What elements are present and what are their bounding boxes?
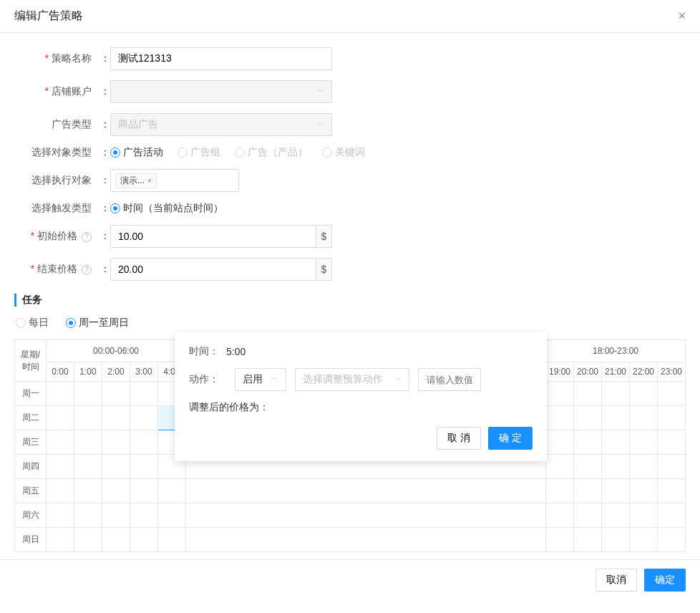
exec-target-input[interactable]: 演示... ×: [110, 169, 239, 192]
schedule-cell[interactable]: [47, 406, 74, 430]
schedule-cell[interactable]: [102, 430, 130, 455]
help-icon[interactable]: ?: [82, 265, 92, 275]
schedule-cell[interactable]: [657, 406, 685, 430]
schedule-cell[interactable]: [130, 479, 158, 503]
schedule-cell[interactable]: [47, 528, 74, 552]
radio-dot-icon: [178, 148, 188, 158]
schedule-cell[interactable]: [601, 406, 629, 430]
day-cell: 周二: [15, 406, 47, 430]
schedule-cell[interactable]: [601, 430, 629, 455]
radio-campaign[interactable]: 广告活动: [110, 146, 163, 159]
schedule-cell[interactable]: [74, 455, 102, 479]
schedule-cell[interactable]: [629, 382, 657, 406]
strategy-name-input[interactable]: [110, 47, 332, 70]
schedule-cell[interactable]: [158, 479, 186, 503]
schedule-cell[interactable]: [573, 455, 601, 479]
popover-ok-button[interactable]: 确 定: [488, 427, 533, 450]
schedule-cell[interactable]: [573, 430, 601, 455]
value-input[interactable]: [418, 368, 481, 391]
chevron-down-icon: ﹀: [317, 120, 324, 130]
schedule-cell[interactable]: [545, 382, 573, 406]
schedule-cell[interactable]: [130, 528, 158, 552]
schedule-cell[interactable]: [545, 406, 573, 430]
modal-footer: 取消 确定: [0, 559, 700, 600]
schedule-cell[interactable]: [629, 503, 657, 528]
radio-adgroup[interactable]: 广告组: [178, 146, 220, 159]
radio-weekly[interactable]: 周一至周日: [66, 317, 129, 329]
schedule-cell[interactable]: [47, 430, 74, 455]
schedule-cell[interactable]: [74, 479, 102, 503]
schedule-cell[interactable]: [629, 479, 657, 503]
schedule-cell[interactable]: [47, 382, 74, 406]
schedule-cell[interactable]: [102, 382, 130, 406]
radio-daily[interactable]: 每日: [16, 317, 49, 329]
schedule-cell[interactable]: [130, 406, 158, 430]
day-cell: 周六: [15, 503, 47, 528]
schedule-cell[interactable]: [130, 455, 158, 479]
time-group-left: 00:00-06:00: [47, 340, 186, 362]
schedule-cell[interactable]: [601, 479, 629, 503]
ad-type-placeholder: 商品广告: [118, 118, 158, 131]
schedule-cell[interactable]: [601, 382, 629, 406]
schedule-cell[interactable]: [573, 528, 601, 552]
schedule-cell[interactable]: [657, 479, 685, 503]
schedule-cell[interactable]: [102, 528, 130, 552]
schedule-cell[interactable]: [601, 455, 629, 479]
schedule-cell[interactable]: [47, 503, 74, 528]
start-price-input[interactable]: [110, 225, 316, 248]
schedule-cell[interactable]: [102, 406, 130, 430]
close-icon[interactable]: ×: [678, 9, 686, 24]
hour-head: 2:00: [102, 362, 130, 382]
schedule-cell[interactable]: [657, 455, 685, 479]
schedule-cell[interactable]: [545, 479, 573, 503]
action-select[interactable]: 启用 ﹀: [235, 368, 286, 391]
ok-button[interactable]: 确定: [644, 569, 686, 592]
schedule-cell[interactable]: [47, 455, 74, 479]
radio-product[interactable]: 广告（产品）: [235, 146, 308, 159]
budget-action-select[interactable]: 选择调整预算动作 ﹀: [295, 368, 409, 391]
end-price-input[interactable]: [110, 258, 316, 281]
ad-type-select[interactable]: 商品广告 ﹀: [110, 113, 332, 136]
schedule-cell[interactable]: [657, 430, 685, 455]
schedule-cell[interactable]: [601, 503, 629, 528]
schedule-cell[interactable]: [74, 503, 102, 528]
schedule-cell[interactable]: [573, 479, 601, 503]
radio-dot-icon: [235, 148, 245, 158]
schedule-cell[interactable]: [545, 528, 573, 552]
schedule-cell[interactable]: [102, 479, 130, 503]
schedule-cell[interactable]: [74, 382, 102, 406]
popover-cancel-button[interactable]: 取 消: [437, 427, 481, 450]
radio-keyword[interactable]: 关键词: [322, 146, 365, 159]
help-icon[interactable]: ?: [82, 232, 92, 242]
schedule-cell[interactable]: [545, 455, 573, 479]
schedule-cell[interactable]: [657, 503, 685, 528]
schedule-cell[interactable]: [102, 455, 130, 479]
schedule-cell[interactable]: [74, 430, 102, 455]
schedule-cell[interactable]: [573, 406, 601, 430]
schedule-cell[interactable]: [130, 430, 158, 455]
schedule-cell[interactable]: [47, 479, 74, 503]
schedule-cell[interactable]: [573, 382, 601, 406]
schedule-cell[interactable]: [601, 528, 629, 552]
schedule-cell[interactable]: [629, 406, 657, 430]
schedule-cell[interactable]: [102, 503, 130, 528]
schedule-cell[interactable]: [573, 503, 601, 528]
cancel-button[interactable]: 取消: [596, 569, 637, 592]
account-select[interactable]: ﹀: [110, 80, 332, 103]
schedule-cell[interactable]: [629, 455, 657, 479]
tag-remove-icon[interactable]: ×: [147, 177, 152, 185]
schedule-cell[interactable]: [657, 528, 685, 552]
schedule-cell[interactable]: [158, 528, 186, 552]
schedule-cell[interactable]: [74, 406, 102, 430]
schedule-cell[interactable]: [158, 503, 186, 528]
hour-head: 3:00: [130, 362, 158, 382]
schedule-cell[interactable]: [629, 528, 657, 552]
schedule-cell[interactable]: [74, 528, 102, 552]
schedule-cell[interactable]: [545, 430, 573, 455]
radio-time[interactable]: 时间（当前站点时间）: [110, 202, 223, 215]
schedule-cell[interactable]: [657, 382, 685, 406]
schedule-cell[interactable]: [545, 503, 573, 528]
schedule-cell[interactable]: [130, 503, 158, 528]
schedule-cell[interactable]: [130, 382, 158, 406]
schedule-cell[interactable]: [629, 430, 657, 455]
